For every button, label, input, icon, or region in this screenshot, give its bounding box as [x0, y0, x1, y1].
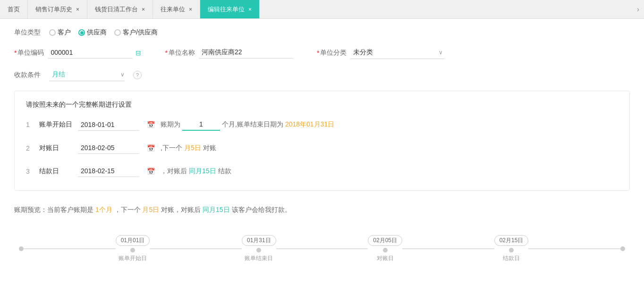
- radio-customer[interactable]: 客户: [49, 28, 71, 37]
- timeline-section: 01月01日 账单开始日 01月31日 账单结束日 02月05日 对账日: [14, 230, 630, 272]
- unit-code-label: 单位编码: [17, 49, 44, 57]
- radio-both-label: 客户/供应商: [123, 28, 158, 37]
- unit-name-star: *: [165, 49, 167, 57]
- tab-more-button[interactable]: ›: [632, 5, 644, 14]
- period-suffix-1-after: 个月,账单结束日期为: [222, 120, 283, 129]
- period-suffix-2-after: 对账: [203, 144, 216, 152]
- close-cash-work-icon[interactable]: ×: [142, 6, 145, 13]
- period-card-title: 请按照未来的一个完整帐期进行设置: [26, 101, 618, 109]
- timeline-node-3-badge: 02月05日: [368, 235, 402, 246]
- unit-code-star: *: [14, 49, 17, 57]
- tab-partner-label: 往来单位: [161, 5, 185, 14]
- period-card: 请按照未来的一个完整帐期进行设置 1 账单开始日 📅 账期为 个月,账单结束日期…: [14, 91, 630, 191]
- radio-supplier-circle: [78, 29, 85, 36]
- timeline-line-3: [276, 248, 368, 249]
- main-content: 单位类型 客户 供应商 客户/供应商 * 单位编码 000001 ⊟ *: [0, 19, 644, 287]
- timeline-node-3-dot: [383, 248, 388, 253]
- unit-type-radio-group: 客户 供应商 客户/供应商: [49, 28, 158, 37]
- timeline-node-2-dot: [256, 248, 261, 253]
- period-row-1-label: 账单开始日: [39, 120, 72, 129]
- tab-bar: 首页 销售订单历史 × 钱货日清工作台 × 往来单位 × 编辑往来单位 × ›: [0, 0, 644, 19]
- payment-date-calendar-icon[interactable]: 📅: [147, 168, 155, 175]
- tab-sales-history[interactable]: 销售订单历史 ×: [28, 0, 87, 18]
- payment-condition-row: 收款条件 月结 ∨ ?: [14, 68, 630, 81]
- period-row-1-num: 1: [26, 121, 34, 128]
- timeline-node-2-label: 账单结束日: [245, 254, 273, 262]
- tab-home[interactable]: 首页: [0, 0, 28, 18]
- period-suffix-2-before: ,下一个: [161, 144, 182, 152]
- payment-highlight: 同月15日: [189, 167, 216, 176]
- period-months-input[interactable]: [182, 118, 220, 131]
- radio-supplier-label: 供应商: [87, 28, 107, 37]
- close-edit-partner-icon[interactable]: ×: [248, 6, 252, 13]
- unit-code-input[interactable]: 000001: [48, 47, 133, 59]
- tab-cash-work-label: 钱货日清工作台: [95, 5, 138, 14]
- unit-code-field: * 单位编码 000001 ⊟: [14, 47, 141, 59]
- preview-months: 1个月: [95, 206, 112, 213]
- period-end-date-highlight: 2018年01月31日: [285, 120, 334, 129]
- unit-type-label: 单位类型: [14, 28, 41, 37]
- timeline-node-3-label: 对账日: [377, 254, 394, 262]
- period-row-3-num: 3: [26, 168, 34, 175]
- preview-text: 账期预览：当前客户账期是 1个月 ，下一个 月5日 对账，对账后 同月15日 该…: [14, 198, 630, 219]
- timeline-node-1-badge: 01月01日: [116, 235, 150, 246]
- timeline-node-4-dot: [509, 248, 514, 253]
- preview-payment-day: 同月15日: [203, 206, 230, 213]
- period-suffix-3-before: ，对账后: [161, 167, 187, 176]
- unit-category-field: * 单位分类 未分类 ∨: [317, 46, 445, 59]
- period-row-3: 3 结款日 📅 ，对账后 同月15日 结款: [26, 165, 618, 177]
- preview-part2: ，下一个: [114, 206, 141, 213]
- timeline-line-1: [24, 248, 116, 249]
- tab-edit-partner[interactable]: 编辑往来单位 ×: [200, 0, 260, 18]
- unit-category-value: 未分类: [350, 46, 437, 59]
- period-suffix-3: ，对账后 同月15日 结款: [161, 167, 231, 176]
- preview-part3: 对账，对账后: [161, 206, 201, 213]
- radio-supplier[interactable]: 供应商: [78, 28, 107, 37]
- payment-condition-value: 月结: [49, 68, 120, 81]
- preview-label: 账期预览：当前客户账期是: [14, 206, 93, 213]
- payment-condition-help-icon[interactable]: ?: [133, 71, 142, 79]
- unit-name-label: 单位名称: [169, 49, 195, 57]
- payment-condition-arrow-icon: ∨: [120, 71, 125, 78]
- tab-sales-history-label: 销售订单历史: [35, 5, 72, 14]
- period-suffix-1-before: 账期为: [161, 120, 180, 129]
- unit-category-select[interactable]: 未分类 ∨: [350, 46, 445, 59]
- timeline-node-1-dot: [130, 248, 135, 253]
- tab-home-label: 首页: [8, 5, 20, 14]
- close-sales-history-icon[interactable]: ×: [76, 6, 79, 13]
- reconcile-date-calendar-icon[interactable]: 📅: [147, 144, 155, 152]
- radio-both-circle: [114, 29, 121, 36]
- start-date-input[interactable]: [78, 119, 139, 131]
- timeline-node-4: 02月15日 结款日: [494, 235, 529, 262]
- radio-both[interactable]: 客户/供应商: [114, 28, 158, 37]
- unit-name-input[interactable]: [199, 47, 293, 59]
- timeline-line-4: [402, 248, 494, 249]
- timeline-node-4-badge: 02月15日: [494, 235, 529, 246]
- period-suffix-3-after: 结款: [218, 167, 231, 176]
- timeline-node-4-label: 结款日: [503, 254, 520, 262]
- preview-reconcile-day: 月5日: [142, 206, 159, 213]
- unit-type-row: 单位类型 客户 供应商 客户/供应商: [14, 28, 630, 37]
- start-date-calendar-icon[interactable]: 📅: [147, 121, 155, 128]
- unit-name-field: * 单位名称: [165, 47, 293, 59]
- close-partner-icon[interactable]: ×: [189, 6, 192, 13]
- unit-code-copy-icon[interactable]: ⊟: [136, 49, 141, 57]
- period-row-1: 1 账单开始日 📅 账期为 个月,账单结束日期为 2018年01月31日: [26, 118, 618, 131]
- timeline-node-2: 01月31日 账单结束日: [242, 235, 276, 262]
- timeline-right-dot: [620, 246, 625, 251]
- tab-cash-work[interactable]: 钱货日清工作台 ×: [87, 0, 153, 18]
- radio-customer-label: 客户: [58, 28, 71, 37]
- period-row-2-num: 2: [26, 144, 34, 152]
- tab-partner[interactable]: 往来单位 ×: [153, 0, 200, 18]
- period-suffix-1: 账期为 个月,账单结束日期为 2018年01月31日: [161, 118, 334, 131]
- unit-category-star: *: [317, 49, 319, 57]
- timeline-node-3: 02月05日 对账日: [368, 235, 402, 262]
- reconcile-date-input[interactable]: [78, 142, 139, 154]
- timeline-node-1-label: 账单开始日: [119, 254, 147, 262]
- payment-condition-select[interactable]: 月结 ∨: [49, 68, 125, 81]
- radio-customer-circle: [49, 29, 56, 36]
- payment-date-input[interactable]: [78, 165, 139, 177]
- period-row-3-label: 结款日: [39, 167, 72, 176]
- period-row-2: 2 对账日 📅 ,下一个 月5日 对账: [26, 142, 618, 154]
- timeline-node-1: 01月01日 账单开始日: [116, 235, 150, 262]
